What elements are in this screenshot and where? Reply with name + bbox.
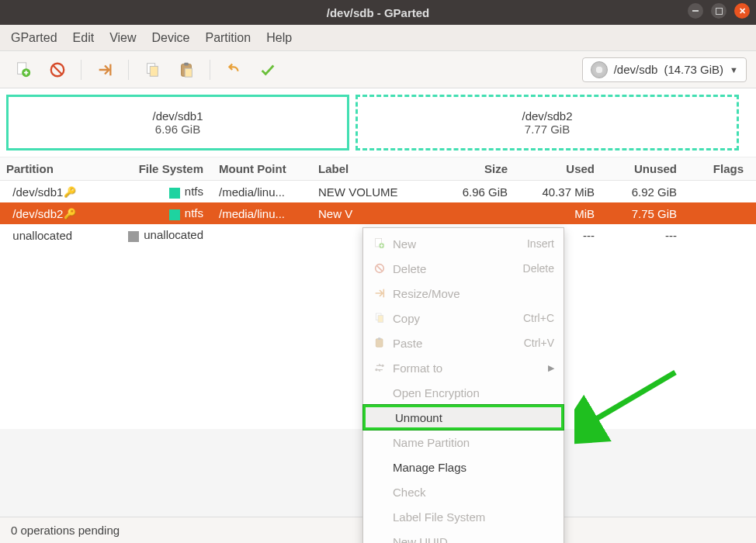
svg-rect-6 — [150, 66, 158, 76]
close-button[interactable]: ✕ — [734, 3, 750, 19]
ctx-format: Format to▶ — [363, 355, 564, 380]
partition-block-name: /dev/sdb1 — [9, 109, 347, 123]
table-row[interactable]: /dev/sdb2 🔑ntfs/media/linu...New VMiB7.7… — [0, 202, 756, 224]
col-unused[interactable]: Unused — [601, 157, 683, 180]
chevron-down-icon: ▼ — [730, 65, 738, 74]
copy-icon — [373, 312, 387, 324]
partition-block[interactable]: /dev/sdb27.77 GiB — [355, 95, 739, 150]
col-partition[interactable]: Partition — [0, 157, 116, 180]
device-size: (14.73 GiB) — [664, 63, 723, 76]
separator — [210, 60, 210, 80]
menu-view[interactable]: View — [109, 31, 136, 45]
ctx-shortcut: Insert — [527, 237, 554, 250]
undo-icon — [225, 61, 242, 78]
new-partition-button[interactable] — [9, 56, 37, 84]
ctx-shortcut: Delete — [523, 262, 554, 275]
ctx-label: Delete — [393, 262, 517, 275]
ctx-newuuid: New UUID — [363, 529, 564, 543]
key-icon: 🔑 — [63, 186, 77, 198]
ctx-label: Paste — [393, 337, 518, 350]
col-size[interactable]: Size — [435, 157, 514, 180]
svg-point-20 — [381, 365, 383, 367]
menubar: GParted Edit View Device Partition Help — [0, 25, 756, 51]
titlebar: /dev/sdb - GParted ✕ — [0, 0, 756, 25]
toolbar: /dev/sdb (14.73 GiB) ▼ — [0, 51, 756, 88]
ctx-label: Copy — [393, 312, 517, 325]
ctx-label: New UUID — [393, 535, 554, 544]
ctx-copy: CopyCtrl+C — [363, 306, 564, 330]
paste-icon — [178, 61, 195, 78]
col-filesystem[interactable]: File System — [116, 157, 213, 180]
ctx-manageflags[interactable]: Manage Flags — [363, 455, 564, 479]
partition-block-name: /dev/sdb2 — [358, 109, 737, 123]
ctx-shortcut: Ctrl+V — [524, 337, 554, 349]
copy-button[interactable] — [138, 56, 166, 84]
ctx-resize: Resize/Move — [363, 281, 564, 306]
copy-icon — [144, 61, 161, 78]
convert-icon — [373, 361, 387, 374]
window-title: /dev/sdb - GParted — [327, 6, 430, 19]
ctx-shortcut: Ctrl+C — [523, 312, 554, 324]
document-plus-icon — [15, 61, 32, 78]
menu-edit[interactable]: Edit — [73, 31, 95, 45]
ctx-label: New — [393, 237, 521, 251]
svg-rect-17 — [376, 339, 383, 348]
svg-point-19 — [375, 368, 377, 371]
ctx-unmount[interactable]: Unmount — [363, 405, 564, 430]
col-flags[interactable]: Flags — [683, 157, 756, 180]
ctx-labelfs: Label File System — [363, 504, 564, 529]
ctx-namepart: Name Partition — [363, 430, 564, 455]
col-mount[interactable]: Mount Point — [213, 157, 312, 180]
ctx-label: Label File System — [393, 510, 554, 524]
ctx-check: Check — [363, 479, 564, 504]
key-icon: 🔑 — [63, 208, 77, 220]
apply-button[interactable] — [254, 56, 282, 84]
resize-move-button[interactable] — [91, 56, 119, 84]
forbid-icon — [49, 61, 66, 78]
disk-icon — [591, 61, 608, 78]
col-label[interactable]: Label — [312, 157, 435, 180]
ctx-label: Resize/Move — [393, 287, 554, 300]
partition-block-size: 6.96 GiB — [9, 123, 347, 136]
check-icon — [259, 61, 276, 78]
svg-rect-8 — [184, 62, 189, 65]
ctx-label: Format to — [393, 361, 542, 375]
separator — [128, 60, 129, 80]
svg-line-3 — [54, 65, 62, 74]
table-row[interactable]: /dev/sdb1 🔑ntfs/media/linu...NEW VOLUME6… — [0, 181, 756, 202]
device-name: /dev/sdb — [614, 63, 658, 76]
paste-icon — [373, 337, 387, 349]
minimize-button[interactable] — [688, 3, 703, 19]
menu-partition[interactable]: Partition — [205, 31, 251, 45]
resize-icon — [96, 61, 113, 78]
resize-icon — [373, 287, 387, 299]
fs-swatch — [169, 209, 180, 220]
ctx-openenc: Open Encryption — [363, 380, 564, 405]
menu-gparted[interactable]: GParted — [11, 31, 57, 45]
menu-help[interactable]: Help — [266, 31, 292, 45]
ctx-label: Manage Flags — [393, 461, 554, 474]
ctx-label: Unmount — [395, 411, 552, 424]
svg-line-13 — [377, 266, 383, 272]
partition-bar: /dev/sdb16.96 GiB/dev/sdb27.77 GiB — [0, 88, 756, 157]
delete-partition-button[interactable] — [43, 56, 71, 84]
undo-button[interactable] — [220, 56, 248, 84]
new-icon — [373, 237, 387, 250]
device-picker[interactable]: /dev/sdb (14.73 GiB) ▼ — [582, 57, 747, 82]
forbid-icon — [373, 262, 387, 275]
ctx-delete: DeleteDelete — [363, 256, 564, 281]
partition-block[interactable]: /dev/sdb16.96 GiB — [6, 95, 349, 150]
menu-device[interactable]: Device — [152, 31, 190, 45]
svg-rect-9 — [185, 68, 192, 77]
partition-context-menu: NewInsertDeleteDeleteResize/MoveCopyCtrl… — [362, 227, 564, 543]
maximize-button[interactable] — [711, 3, 727, 19]
col-used[interactable]: Used — [514, 157, 601, 180]
submenu-arrow-icon: ▶ — [548, 363, 554, 373]
fs-swatch — [128, 231, 139, 242]
ctx-new: NewInsert — [363, 231, 564, 256]
svg-rect-18 — [378, 337, 380, 340]
paste-button[interactable] — [172, 56, 200, 84]
ctx-paste: PasteCtrl+V — [363, 330, 564, 355]
ctx-label: Name Partition — [393, 436, 554, 449]
pending-ops-label: 0 operations pending — [11, 524, 120, 537]
